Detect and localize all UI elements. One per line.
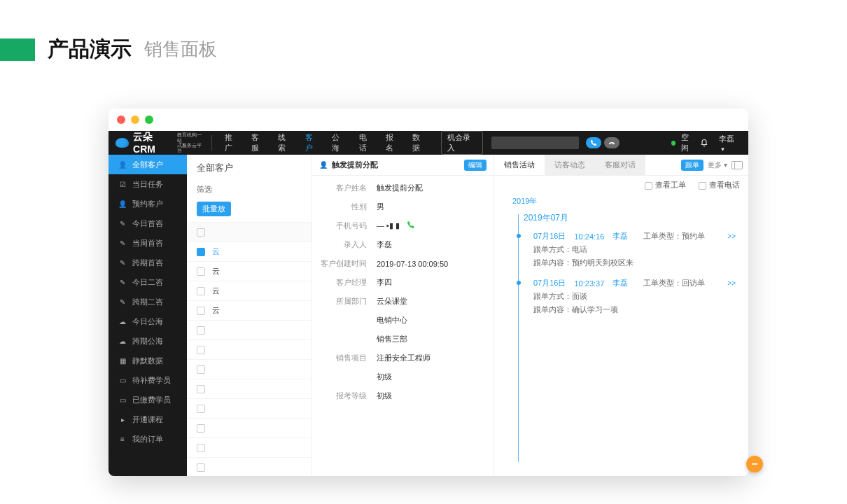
view-call-checkbox[interactable]: 查看电话: [699, 180, 740, 190]
customer-list: 全部客户 筛选 批量放 云云云云: [187, 155, 327, 476]
sidebar-item-今日公海[interactable]: ☁今日公海: [108, 312, 187, 331]
sidebar-item-预约客户[interactable]: 👤预约客户: [108, 194, 187, 214]
bell-icon[interactable]: [699, 137, 709, 148]
nav-电话[interactable]: 电话: [354, 130, 379, 156]
nav-数据[interactable]: 数据: [407, 130, 432, 156]
checkbox-icon[interactable]: [197, 365, 205, 374]
edit-button[interactable]: 编辑: [464, 160, 486, 171]
expand-icon[interactable]: >>: [727, 232, 736, 240]
topbar-right: 李磊 ▼: [699, 134, 741, 153]
fab-minimize-icon[interactable]: −: [746, 456, 763, 472]
tab-销售活动[interactable]: 销售活动: [494, 155, 545, 175]
follow-tag[interactable]: 跟单: [681, 160, 704, 171]
opportunity-entry-button[interactable]: 机会录入: [441, 131, 483, 155]
list-heading: 全部客户: [187, 155, 326, 181]
sidebar-item-待补费学员[interactable]: ▭待补费学员: [108, 370, 187, 390]
table-row[interactable]: [187, 359, 326, 379]
checkbox-icon[interactable]: [197, 346, 205, 354]
checkbox-icon[interactable]: [197, 228, 205, 237]
nav-报名[interactable]: 报名: [380, 130, 405, 156]
table-row[interactable]: [187, 457, 326, 476]
detail-label: 客户姓名: [321, 183, 377, 193]
timeline-line: [518, 214, 519, 462]
entry-operator: 李磊: [612, 278, 628, 288]
tab-访客动态[interactable]: 访客动态: [545, 155, 595, 175]
sidebar-item-全部客户[interactable]: 👤全部客户: [108, 155, 187, 174]
checkbox-icon[interactable]: [197, 248, 205, 256]
timeline-entry[interactable]: 07月16日10:23:37李磊工单类型：回访单>>跟单方式：面谈跟单内容：确认…: [524, 278, 736, 315]
sidebar-item-当周首咨[interactable]: ✎当周首咨: [108, 233, 187, 253]
batch-release-button[interactable]: 批量放: [197, 202, 231, 216]
maximize-icon[interactable]: [145, 115, 153, 124]
sidebar-item-今日首咨[interactable]: ✎今日首咨: [108, 214, 187, 233]
filter-label[interactable]: 筛选: [187, 181, 326, 202]
sidebar-icon: ▸: [118, 416, 127, 424]
user-menu[interactable]: 李磊 ▼: [719, 134, 741, 153]
table-row[interactable]: [187, 418, 326, 438]
checkbox-icon[interactable]: [197, 267, 205, 276]
nav-客户[interactable]: 客户: [300, 130, 325, 156]
detail-row: 报考等级初级: [321, 386, 485, 405]
table-row[interactable]: [187, 438, 326, 457]
sidebar-icon: ✎: [118, 239, 127, 247]
detail-row: 客户创建时间2019-07-13 00:09:50: [321, 254, 485, 273]
view-workorder-checkbox[interactable]: 查看工单: [645, 180, 686, 190]
sidebar-item-今日二咨[interactable]: ✎今日二咨: [108, 272, 187, 292]
sidebar-item-静默数据[interactable]: ▦静默数据: [108, 351, 187, 370]
timeline-entry[interactable]: 07月16日10:24:16李磊工单类型：预约单>>跟单方式：电话跟单内容：预约…: [524, 231, 736, 268]
sidebar-item-开通课程[interactable]: ▸开通课程: [108, 410, 187, 429]
nav-公海[interactable]: 公海: [326, 130, 351, 156]
detail-title: 触发提前分配: [332, 160, 378, 170]
detail-row: 性别男: [321, 197, 485, 216]
sidebar-item-当日任务[interactable]: ☑当日任务: [108, 174, 187, 194]
detail-value: 初级: [377, 372, 485, 382]
close-icon[interactable]: [117, 115, 125, 124]
checkbox-icon[interactable]: [197, 463, 205, 472]
checkbox-icon[interactable]: [197, 444, 205, 452]
nav-客服[interactable]: 客服: [246, 130, 271, 156]
table-row[interactable]: [187, 320, 326, 340]
table-row[interactable]: 云: [187, 281, 326, 300]
logo[interactable]: 云朵CRM 教育机构一站 式服务云平台: [115, 135, 212, 150]
sidebar-item-跨期首咨[interactable]: ✎跨期首咨: [108, 253, 187, 272]
sidebar-item-label: 跨期二咨: [132, 297, 163, 307]
sidebar-item-已缴费学员[interactable]: ▭已缴费学员: [108, 390, 187, 410]
table-row[interactable]: [187, 379, 326, 398]
chevron-down-icon: ▼: [720, 146, 726, 153]
sidebar-item-跨期二咨[interactable]: ✎跨期二咨: [108, 292, 187, 312]
layout-icon[interactable]: [732, 161, 743, 169]
search-input[interactable]: [491, 136, 579, 149]
top-nav: 推广客服线索客户公海电话报名数据: [219, 130, 433, 156]
minimize-icon[interactable]: [131, 115, 139, 124]
detail-value: 电销中心: [377, 315, 485, 326]
sidebar: 👤全部客户☑当日任务👤预约客户✎今日首咨✎当周首咨✎跨期首咨✎今日二咨✎跨期二咨…: [108, 155, 187, 476]
more-menu[interactable]: 更多 ▾: [708, 160, 727, 170]
sidebar-icon: ✎: [118, 220, 127, 227]
status-label[interactable]: 空闲: [681, 132, 696, 153]
checkbox-icon[interactable]: [197, 424, 205, 433]
call-icon[interactable]: [586, 137, 601, 148]
sidebar-item-label: 我的订单: [132, 434, 163, 444]
table-row[interactable]: 云: [187, 261, 326, 281]
checkbox-icon[interactable]: [197, 405, 205, 413]
hangup-icon[interactable]: [604, 137, 620, 148]
sidebar-item-跨期公海[interactable]: ☁跨期公海: [108, 331, 187, 351]
table-row[interactable]: 云: [187, 300, 326, 320]
phone-icon[interactable]: [407, 220, 415, 231]
table-row[interactable]: [187, 340, 326, 359]
nav-推广[interactable]: 推广: [219, 130, 244, 156]
checkbox-icon[interactable]: [197, 326, 205, 335]
table-row[interactable]: 云: [187, 241, 326, 261]
table-row[interactable]: [187, 398, 326, 418]
entry-time: 10:24:16: [574, 232, 604, 241]
detail-value: 触发提前分配: [377, 183, 485, 193]
sidebar-icon: ▭: [118, 377, 127, 384]
checkbox-icon[interactable]: [197, 287, 205, 295]
nav-线索[interactable]: 线索: [272, 130, 298, 156]
sidebar-item-我的订单[interactable]: ≡我的订单: [108, 429, 187, 449]
checkbox-icon[interactable]: [197, 385, 205, 393]
status-dot-icon: [671, 141, 676, 146]
checkbox-icon[interactable]: [197, 307, 205, 315]
expand-icon[interactable]: >>: [727, 279, 736, 287]
tab-客服对话[interactable]: 客服对话: [595, 155, 645, 175]
